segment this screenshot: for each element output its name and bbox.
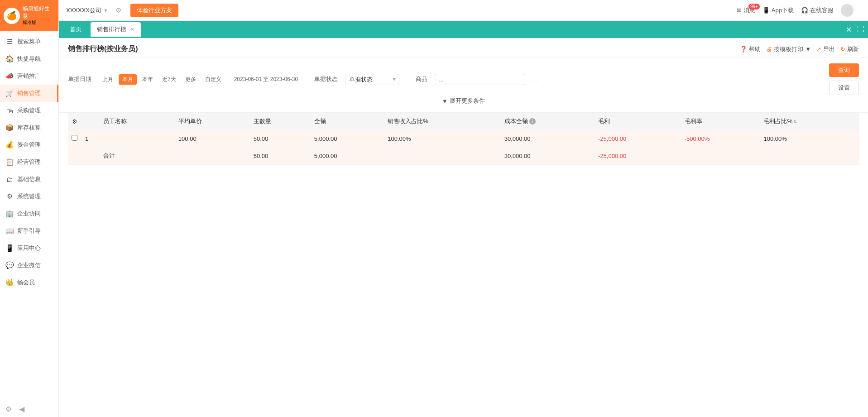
refresh-btn[interactable]: ↻ 刷新	[840, 45, 859, 53]
window-close-icon[interactable]: ✕	[846, 25, 852, 34]
topbar-online-btn[interactable]: 🎧 在线客服	[801, 6, 834, 14]
th-settings[interactable]: ⚙	[68, 113, 82, 130]
cell-qty: 50.00	[250, 130, 311, 147]
status-select[interactable]: 单据状态	[345, 74, 399, 85]
query-btn[interactable]: 查询	[829, 63, 859, 77]
sidebar-quick-nav-label: 快捷导航	[17, 55, 41, 63]
footer-qty: 50.00	[250, 147, 311, 165]
goods-label: 商品	[416, 75, 427, 83]
sidebar-purchase-icon: 🛍	[5, 107, 14, 115]
app-icon: 📱	[762, 7, 770, 14]
footer-empty4	[384, 147, 500, 165]
main-area: XXXXXX公司 ▼ ⚙ 体验行业方案 ✉ 消息 99+ 📱 App下载 🎧 在…	[59, 0, 868, 417]
sidebar-operations-label: 经营管理	[17, 158, 41, 166]
sidebar-sales-label: 销售管理	[17, 89, 41, 97]
th-gross-rate: 毛利率	[681, 113, 760, 130]
tab-sales-ranking[interactable]: 销售排行榜 ✕	[91, 22, 141, 37]
cell-gross-rate: -500.00%	[681, 130, 760, 147]
footer-amount: 5,000.00	[311, 147, 384, 165]
sidebar-system-label: 系统管理	[17, 192, 41, 201]
export-btn[interactable]: ↗ 导出	[816, 45, 835, 53]
window-expand-icon[interactable]: ⛶	[857, 25, 864, 34]
sidebar-item-marketing[interactable]: 📣 营销推广	[0, 67, 58, 85]
row-checkbox[interactable]	[72, 135, 77, 141]
cell-amount: 5,000.00	[311, 130, 384, 147]
sidebar-item-purchase[interactable]: 🛍 采购管理	[0, 102, 58, 119]
message-icon: ✉	[737, 7, 742, 14]
goods-input[interactable]	[435, 74, 525, 85]
date-tab-上月[interactable]: 上月	[99, 74, 117, 85]
sidebar-item-search[interactable]: ☰ 搜索菜单	[0, 33, 58, 50]
tab-sales-label: 销售排行榜	[97, 25, 126, 34]
gross-pct-sort-icon[interactable]: ⇅	[793, 119, 797, 124]
message-badge: 99+	[748, 4, 760, 10]
topbar-app-btn[interactable]: 📱 App下载	[762, 6, 794, 14]
footer-label: 合计	[100, 147, 175, 165]
th-rank	[82, 113, 100, 130]
date-label: 单据日期	[68, 75, 91, 83]
collapse-icon[interactable]: ◀	[19, 405, 24, 413]
status-label: 单据状态	[314, 75, 338, 83]
tab-home[interactable]: 首页	[62, 21, 89, 38]
sidebar-item-wechat[interactable]: 💬 企业微信	[0, 257, 58, 274]
setting-btn[interactable]: 设置	[829, 81, 859, 95]
help-btn[interactable]: ❓ 帮助	[740, 45, 761, 53]
sidebar-item-basic[interactable]: 🗂 基础信息	[0, 171, 58, 188]
date-tab-本月[interactable]: 本月	[119, 74, 137, 85]
help-icon: ❓	[740, 46, 747, 53]
expand-btn[interactable]: ▼ 展开更多条件	[442, 97, 485, 105]
online-label: 在线客服	[810, 6, 834, 14]
export-label: 导出	[823, 45, 835, 53]
page-content: 销售排行榜(按业务员) ❓ 帮助 🖨 按模板打印 ▼ ↗ 导出	[59, 38, 868, 417]
sidebar-item-quick-nav[interactable]: 🏠 快捷导航	[0, 50, 58, 67]
table-row: 1 100.00 50.00 5,000.00 100.00% 30,000.0…	[68, 130, 859, 147]
sidebar: 🍊 畅康通好生意 标准版 ☰ 搜索菜单 🏠 快捷导航 📣 营销推广 🛒 销售管理…	[0, 0, 59, 417]
company-selector[interactable]: XXXXXX公司 ▼	[66, 6, 108, 14]
th-gross-pct: 毛利占比% ⇅	[760, 113, 859, 130]
goods-more-icon[interactable]: ···	[532, 76, 537, 83]
sidebar-member-icon: 👑	[5, 278, 14, 287]
th-cost: 成本全额 i	[501, 113, 595, 130]
sidebar-purchase-label: 采购管理	[17, 106, 41, 115]
sidebar-finance-icon: 💰	[5, 141, 14, 149]
cell-sales-pct: 100.00%	[384, 130, 500, 147]
sidebar-item-guide[interactable]: 📖 新手引导	[0, 222, 58, 240]
sidebar-item-member[interactable]: 👑 畅会员	[0, 274, 58, 291]
table-footer-row: 合计 50.00 5,000.00 30,000.00 -25,000.00	[68, 147, 859, 165]
sidebar-bottom: ⚙ ◀	[0, 401, 58, 417]
cell-rank: 1	[82, 130, 100, 147]
th-amount: 全额	[311, 113, 384, 130]
expand-label: 展开更多条件	[450, 97, 485, 105]
print-btn[interactable]: 🖨 按模板打印 ▼	[766, 45, 811, 53]
footer-empty3	[175, 147, 250, 165]
tab-close-icon[interactable]: ✕	[130, 26, 134, 33]
sidebar-wechat-label: 企业微信	[17, 261, 41, 269]
sidebar-item-enterprise[interactable]: 🏢 企业协同	[0, 205, 58, 222]
topbar-gear-icon[interactable]: ⚙	[115, 6, 121, 14]
sidebar-nav: ☰ 搜索菜单 🏠 快捷导航 📣 营销推广 🛒 销售管理 🛍 采购管理 📦 库存核…	[0, 31, 58, 401]
settings-bottom-icon[interactable]: ⚙	[5, 405, 12, 413]
sidebar-item-system[interactable]: ⚙ 系统管理	[0, 188, 58, 205]
print-dropdown-icon[interactable]: ▼	[805, 46, 811, 53]
date-tab-近7天[interactable]: 近7天	[158, 74, 180, 85]
sidebar-marketing-label: 营销推广	[17, 72, 41, 80]
topbar-message-btn[interactable]: ✉ 消息 99+	[737, 6, 755, 14]
sidebar-search-icon: ☰	[5, 38, 14, 46]
date-tab-更多[interactable]: 更多	[182, 74, 200, 85]
date-tab-自定义[interactable]: 自定义	[201, 74, 225, 85]
cell-checkbox[interactable]	[68, 130, 82, 147]
cost-info-icon[interactable]: i	[529, 118, 536, 125]
trial-btn[interactable]: 体验行业方案	[130, 4, 178, 17]
th-gross: 毛利	[595, 113, 681, 130]
sidebar-item-finance[interactable]: 💰 资金管理	[0, 136, 58, 153]
cell-gross-pct: 100.00%	[760, 130, 859, 147]
footer-gross: -25,000.00	[595, 147, 681, 165]
date-tab-本年[interactable]: 本年	[139, 74, 157, 85]
sidebar-item-inventory[interactable]: 📦 库存核算	[0, 119, 58, 136]
sidebar-item-operations[interactable]: 📋 经营管理	[0, 153, 58, 171]
sidebar-item-apps[interactable]: 📱 应用中心	[0, 240, 58, 257]
sidebar-apps-icon: 📱	[5, 244, 14, 252]
sidebar-operations-icon: 📋	[5, 158, 14, 166]
cell-gross: -25,000.00	[595, 130, 681, 147]
sidebar-item-sales[interactable]: 🛒 销售管理	[0, 85, 58, 102]
